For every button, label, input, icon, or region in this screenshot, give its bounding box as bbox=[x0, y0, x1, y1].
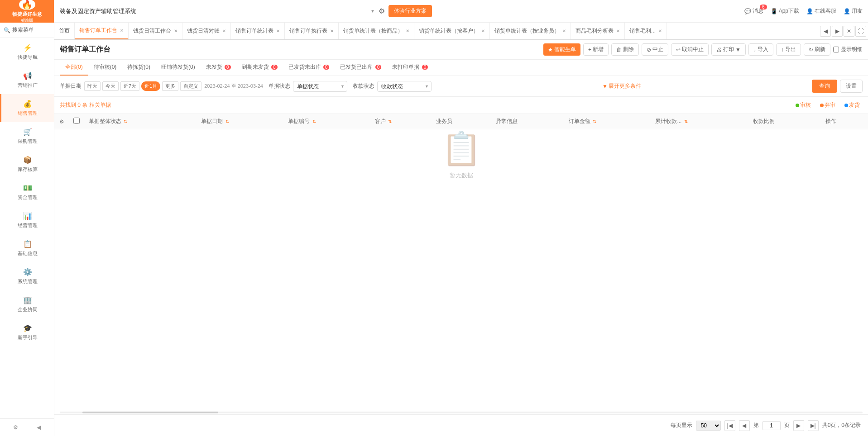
page-number-input[interactable] bbox=[762, 421, 781, 430]
col-staff[interactable]: 业务员 bbox=[432, 114, 491, 129]
industry-solution-button[interactable]: 体验行业方案 bbox=[388, 5, 432, 17]
subtab-pending-review[interactable]: 待审核(0) bbox=[88, 60, 122, 76]
tab-home[interactable]: 首页 bbox=[54, 23, 75, 39]
settings-filter-button[interactable]: 设置 bbox=[840, 80, 863, 93]
page-last-btn[interactable]: ▶| bbox=[808, 420, 819, 431]
cancel-review-action-btn[interactable]: 弃审 bbox=[817, 100, 838, 110]
message-btn[interactable]: 💬 消息 6 bbox=[744, 7, 763, 15]
tab-sales-more[interactable]: 销售毛利... ✕ bbox=[625, 23, 667, 39]
tab-gross-profit-close[interactable]: ✕ bbox=[616, 28, 620, 33]
subtab-pending-inspect[interactable]: 待拣货(0) bbox=[122, 60, 156, 76]
sidebar-item-inventory[interactable]: 📦 库存核算 bbox=[0, 150, 54, 178]
col-date[interactable]: 单据日期 ⇅ bbox=[197, 114, 283, 129]
scroll-track[interactable] bbox=[60, 412, 863, 413]
subtab-shipped-not-out[interactable]: 已发货未出库 0 bbox=[283, 60, 335, 76]
tab-sales-stats-close[interactable]: ✕ bbox=[276, 28, 280, 33]
scroll-thumb[interactable] bbox=[82, 412, 218, 413]
payment-select[interactable]: 收款状态 bbox=[377, 81, 432, 92]
tab-sales-exec-close[interactable]: ✕ bbox=[330, 28, 334, 33]
subtab-unprinted[interactable]: 未打印单据 0 bbox=[387, 60, 433, 76]
sidebar-item-marketing[interactable]: 📢 营销推广 bbox=[0, 66, 54, 94]
system-dropdown-arrow[interactable]: ▼ bbox=[370, 9, 375, 14]
show-detail-checkbox-wrap[interactable]: 显示明细 bbox=[833, 46, 863, 53]
sidebar-item-enterprise[interactable]: 🏢 企业协同 bbox=[0, 290, 54, 318]
review-action-btn[interactable]: 审核 bbox=[793, 100, 814, 110]
sidebar-item-quick-nav[interactable]: ⚡ 快捷导航 bbox=[0, 38, 54, 66]
col-amount[interactable]: 订单金额 ⇅ bbox=[564, 114, 651, 129]
pause-button[interactable]: ⊘ 中止 bbox=[642, 43, 668, 56]
page-prev-btn[interactable]: ◀ bbox=[739, 420, 750, 431]
sidebar-item-guide[interactable]: 🎓 新手引导 bbox=[0, 318, 54, 346]
tab-cash-reconcile-close[interactable]: ✕ bbox=[222, 28, 226, 33]
col-operation[interactable]: 操作 bbox=[821, 114, 868, 129]
col-check[interactable] bbox=[69, 114, 84, 129]
tab-summary-customer-close[interactable]: ✕ bbox=[481, 28, 485, 33]
sidebar-item-purchase[interactable]: 🛒 采购管理 bbox=[0, 122, 54, 150]
app-download-btn[interactable]: 📱 App下载 bbox=[771, 7, 799, 15]
print-button[interactable]: 🖨 打印 ▼ bbox=[711, 43, 746, 56]
date-btn-7days[interactable]: 近7天 bbox=[120, 81, 139, 91]
import-button[interactable]: ↓ 导入 bbox=[748, 43, 773, 56]
sidebar-item-sales[interactable]: 💰 销售管理 bbox=[0, 94, 54, 122]
expand-filter-btn[interactable]: ▼ 展开更多条件 bbox=[602, 82, 641, 90]
subtab-wangpu[interactable]: 旺铺待发货(0) bbox=[156, 60, 201, 76]
export-button[interactable]: ↑ 导出 bbox=[776, 43, 801, 56]
tab-cash-reconcile[interactable]: 钱货日清对账 ✕ bbox=[182, 23, 231, 39]
sidebar-item-operations[interactable]: 📊 经营管理 bbox=[0, 206, 54, 234]
tab-close-all-btn[interactable]: ✕ bbox=[844, 26, 854, 37]
tab-summary-product[interactable]: 销货单统计表（按商品） ✕ bbox=[339, 23, 414, 39]
cancel-pause-button[interactable]: ↩ 取消中止 bbox=[671, 43, 709, 56]
status-select[interactable]: 单据状态 bbox=[293, 81, 347, 92]
tab-sales-stats[interactable]: 销售订单统计表 ✕ bbox=[231, 23, 285, 39]
tab-sales-workbench-close[interactable]: ✕ bbox=[120, 28, 124, 33]
tab-sales-more-close[interactable]: ✕ bbox=[658, 28, 662, 33]
show-detail-checkbox[interactable] bbox=[833, 47, 839, 52]
col-settings[interactable]: ⚙ bbox=[54, 114, 69, 129]
subtab-all[interactable]: 全部(0) bbox=[60, 60, 88, 76]
smart-create-button[interactable]: ★ 智能生单 bbox=[543, 43, 580, 56]
search-menu[interactable]: 🔍 搜索菜单 bbox=[0, 23, 54, 38]
tab-sales-workbench[interactable]: 销售订单工作台 ✕ bbox=[75, 23, 129, 39]
date-btn-month[interactable]: 近1月 bbox=[141, 81, 160, 91]
tab-sales-exec[interactable]: 销售订单执行表 ✕ bbox=[285, 23, 339, 39]
page-size-select[interactable]: 50 100 200 bbox=[696, 421, 721, 431]
subtab-overdue[interactable]: 到期未发货 0 bbox=[236, 60, 283, 76]
settings-bottom-btn[interactable]: ⚙ bbox=[11, 422, 20, 432]
user-menu-btn[interactable]: 👤 用友 bbox=[844, 7, 863, 15]
tab-prev-btn[interactable]: ◀ bbox=[820, 26, 831, 37]
tab-summary-customer[interactable]: 销货单统计表（按客户） ✕ bbox=[414, 23, 490, 39]
sidebar-item-system[interactable]: ⚙️ 系统管理 bbox=[0, 262, 54, 290]
collapse-btn[interactable]: ◀ bbox=[35, 422, 43, 432]
col-ratio[interactable]: 收款比例 bbox=[748, 114, 821, 129]
tab-next-btn[interactable]: ▶ bbox=[832, 26, 843, 37]
tab-summary-staff-close[interactable]: ✕ bbox=[562, 28, 566, 33]
tab-maximize-btn[interactable]: ⛶ bbox=[855, 26, 866, 37]
subtab-shipped-out[interactable]: 已发货已出库 0 bbox=[335, 60, 387, 76]
page-next-btn[interactable]: ▶ bbox=[793, 420, 804, 431]
online-service-btn[interactable]: 👤 在线客服 bbox=[806, 7, 836, 15]
query-button[interactable]: 查询 bbox=[812, 80, 837, 93]
tab-summary-staff[interactable]: 销货单统计表（按业务员） ✕ bbox=[490, 23, 571, 39]
col-status[interactable]: 单据整体状态 ⇅ bbox=[84, 114, 197, 129]
tab-cash-daily[interactable]: 钱货日清工作台 ✕ bbox=[129, 23, 182, 39]
date-btn-yesterday[interactable]: 昨天 bbox=[84, 81, 101, 91]
tab-summary-product-close[interactable]: ✕ bbox=[406, 28, 409, 33]
col-received[interactable]: 累计收款... ⇅ bbox=[651, 114, 748, 129]
tab-cash-daily-close[interactable]: ✕ bbox=[174, 28, 177, 33]
refresh-button[interactable]: ↻ 刷新 bbox=[804, 43, 830, 56]
page-first-btn[interactable]: |◀ bbox=[724, 420, 735, 431]
select-all-checkbox[interactable] bbox=[73, 118, 80, 124]
delete-button[interactable]: 🗑 删除 bbox=[611, 43, 639, 56]
header-settings-icon[interactable]: ⚙ bbox=[379, 7, 385, 15]
ship-action-btn[interactable]: 发货 bbox=[842, 100, 863, 110]
col-abnormal[interactable]: 异常信息 bbox=[491, 114, 564, 129]
sidebar-item-basic[interactable]: 📋 基础信息 bbox=[0, 234, 54, 262]
date-btn-today[interactable]: 今天 bbox=[102, 81, 119, 91]
add-button[interactable]: + 新增 bbox=[583, 43, 609, 56]
subtab-unshipped[interactable]: 未发货 0 bbox=[201, 60, 236, 76]
sidebar-item-finance[interactable]: 💵 资金管理 bbox=[0, 178, 54, 206]
col-customer[interactable]: 客户 ⇅ bbox=[370, 114, 432, 129]
date-btn-custom[interactable]: 自定义 bbox=[180, 81, 201, 91]
date-btn-more[interactable]: 更多 bbox=[162, 81, 178, 91]
tab-gross-profit[interactable]: 商品毛利分析表 ✕ bbox=[571, 23, 625, 39]
